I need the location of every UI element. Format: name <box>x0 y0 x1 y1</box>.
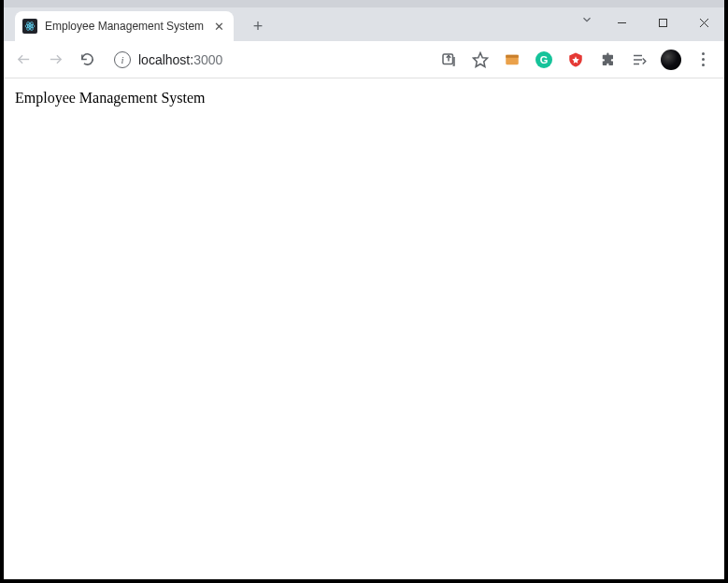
page-heading: Employee Management System <box>15 90 713 107</box>
browser-window: Employee Management System ✕ + <box>4 0 724 579</box>
extension-grammarly-icon[interactable]: G <box>532 48 556 72</box>
new-tab-button[interactable]: + <box>245 13 271 39</box>
reload-button[interactable] <box>73 46 101 74</box>
url-port: 3000 <box>193 52 222 67</box>
tab-title: Employee Management System <box>45 20 204 33</box>
svg-point-0 <box>29 25 31 27</box>
close-tab-button[interactable]: ✕ <box>211 19 226 34</box>
svg-rect-5 <box>659 19 666 26</box>
svg-marker-11 <box>474 52 488 66</box>
page-content: Employee Management System <box>4 78 724 579</box>
site-info-icon[interactable]: i <box>114 51 131 68</box>
window-close-button[interactable] <box>683 7 724 37</box>
extension-screenshot-icon[interactable] <box>500 48 524 72</box>
tab-strip: Employee Management System ✕ + <box>4 7 724 41</box>
window-titlebar <box>4 0 724 7</box>
svg-rect-13 <box>506 54 519 57</box>
minimize-button[interactable] <box>601 7 642 37</box>
maximize-button[interactable] <box>642 7 683 37</box>
address-bar[interactable]: i localhost:3000 <box>105 46 433 74</box>
extensions-puzzle-icon[interactable] <box>595 48 620 72</box>
url-host: localhost: <box>138 52 193 67</box>
browser-tab-active[interactable]: Employee Management System ✕ <box>15 11 234 41</box>
reading-list-icon[interactable] <box>627 48 651 72</box>
share-icon[interactable] <box>436 48 461 72</box>
window-controls <box>601 7 724 37</box>
extension-adblock-icon[interactable] <box>564 48 588 72</box>
back-button[interactable] <box>9 46 37 74</box>
toolbar-icons: G <box>436 48 719 72</box>
url-text: localhost:3000 <box>138 52 222 67</box>
react-favicon <box>22 19 37 34</box>
tab-search-icon[interactable] <box>580 13 593 30</box>
menu-button[interactable] <box>691 48 715 72</box>
bookmark-star-icon[interactable] <box>468 48 492 72</box>
forward-button[interactable] <box>41 46 69 74</box>
browser-toolbar: i localhost:3000 G <box>4 41 724 78</box>
profile-avatar[interactable] <box>659 48 683 72</box>
